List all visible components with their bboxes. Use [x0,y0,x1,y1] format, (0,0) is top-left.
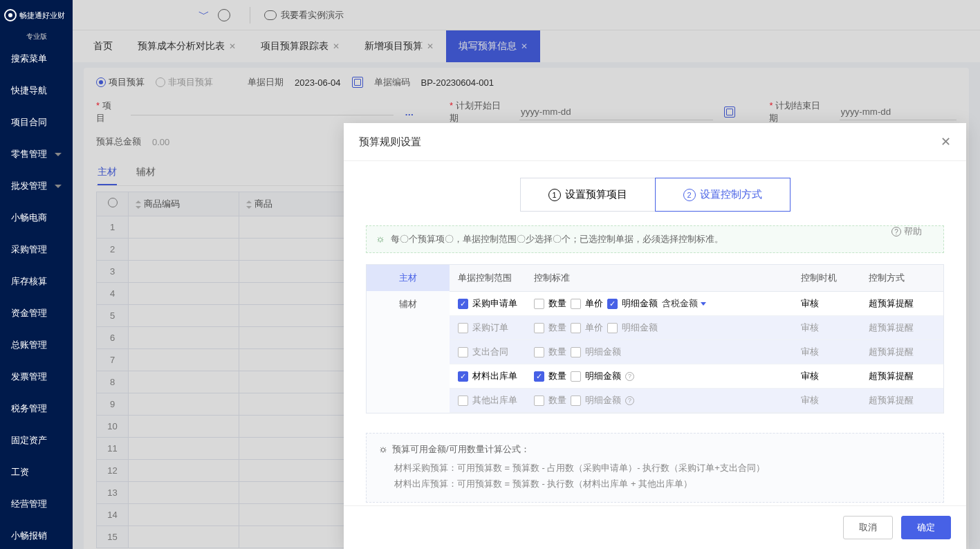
checkbox[interactable] [607,299,618,309]
checkbox[interactable] [571,299,581,309]
sidebar: 畅捷通好业财 专业版 搜索菜单快捷导航项目合同零售管理批发管理小畅电商采购管理库… [0,0,73,549]
rt-head-timing: 控制时机 [793,265,860,291]
sidebar-item[interactable]: 搜索菜单 [0,43,73,75]
checkbox[interactable] [571,323,581,333]
rt-head-mode: 控制方式 [860,265,943,291]
rule-row: 其他出库单数量明细金额?审核超预算提醒 [450,389,943,413]
logo: 畅捷通好业财 [0,0,73,30]
sidebar-item[interactable]: 零售管理 [0,138,73,170]
sidebar-item[interactable]: 固定资产 [0,425,73,456]
sidebar-item[interactable]: 项目合同 [0,106,73,138]
modal-tab-2[interactable]: 2设置控制方式 [655,178,791,212]
rt-head-std: 控制标准 [526,265,793,291]
sidebar-item[interactable]: 采购管理 [0,234,73,266]
modal-footer: 取消 确定 [344,505,966,549]
sidebar-item[interactable]: 小畅报销 [0,520,73,549]
info-icon[interactable]: ? [625,396,634,405]
formula-line-1: 材料采购预算：可用预算数 = 预算数 - 占用数（采购申请单）- 执行数（采购订… [394,460,931,476]
checkbox[interactable] [458,299,468,309]
rule-side-aux[interactable]: 辅材 [367,291,450,317]
rule-row: 材料出库单数量明细金额?审核超预算提醒 [450,364,943,389]
close-icon[interactable]: ✕ [941,134,951,149]
checkbox[interactable] [571,396,581,406]
hint-text: 每〇个预算项〇，单据控制范围〇少选择〇个；已选控制单据，必须选择控制标准。 [391,233,723,245]
checkbox[interactable] [607,323,618,333]
edition-label: 专业版 [0,30,73,43]
brand-name: 畅捷通好业财 [19,10,65,21]
sidebar-item[interactable]: 总账管理 [0,329,73,361]
sidebar-items: 搜索菜单快捷导航项目合同零售管理批发管理小畅电商采购管理库存核算资金管理总账管理… [0,43,73,549]
modal-header: 预算规则设置 ✕ [344,123,966,161]
ok-button[interactable]: 确定 [901,516,951,539]
chevron-down-icon [701,302,706,306]
tax-select[interactable]: 含税金额 [662,297,706,310]
hint-box: ⛭ 每〇个预算项〇，单据控制范围〇少选择〇个；已选控制单据，必须选择控制标准。 [366,225,944,253]
checkbox[interactable] [534,347,544,357]
checkbox[interactable] [534,396,544,406]
modal-tabs: 1设置预算项目 2设置控制方式 [366,178,944,212]
info-icon[interactable]: ? [625,372,634,381]
sidebar-item[interactable]: 经营管理 [0,488,73,520]
checkbox[interactable] [458,371,468,382]
sidebar-item[interactable]: 快捷导航 [0,75,73,106]
checkbox[interactable] [458,347,468,357]
chevron-down-icon [55,185,62,188]
checkbox[interactable] [571,347,581,357]
modal-title: 预算规则设置 [359,136,421,149]
checkbox[interactable] [458,396,468,406]
checkbox[interactable] [534,323,544,333]
sidebar-item[interactable]: 税务管理 [0,393,73,425]
chevron-down-icon [55,153,62,156]
sidebar-item[interactable]: 库存核算 [0,266,73,297]
rule-row: 采购申请单数量单价明细金额含税金额 审核超预算提醒 [450,292,943,316]
sidebar-item[interactable]: 批发管理 [0,170,73,202]
checkbox[interactable] [458,323,468,333]
rule-side: 主材 辅材 [367,265,450,413]
rule-row: 采购订单数量单价明细金额审核超预算提醒 [450,316,943,340]
formula-line-2: 材料出库预算：可用预算数 = 预算数 - 执行数（材料出库单 + 其他出库单） [394,476,931,492]
sidebar-item[interactable]: 工资 [0,456,73,488]
checkbox[interactable] [534,299,544,309]
bulb-icon: ⛭ [379,445,388,455]
rule-row: 支出合同数量明细金额审核超预算提醒 [450,340,943,364]
modal-body: 1设置预算项目 2设置控制方式 ?帮助 ⛭ 每〇个预算项〇，单据控制范围〇少选择… [344,161,966,505]
checkbox[interactable] [534,371,544,382]
sidebar-item[interactable]: 小畅电商 [0,202,73,234]
checkbox[interactable] [571,371,581,382]
logo-icon [4,9,17,21]
rt-head-scope: 单据控制范围 [450,265,526,291]
sidebar-item[interactable]: 资金管理 [0,297,73,329]
rule-side-main[interactable]: 主材 [367,265,450,291]
help-link[interactable]: ?帮助 [891,225,922,238]
formula-box: ⛭预算可用金额/可用数量计算公式： 材料采购预算：可用预算数 = 预算数 - 占… [366,433,944,503]
modal-tab-1[interactable]: 1设置预算项目 [520,178,655,212]
bulb-icon: ⛭ [376,234,385,245]
cancel-button[interactable]: 取消 [843,516,893,539]
sidebar-item[interactable]: 发票管理 [0,361,73,393]
rule-area: 主材 辅材 单据控制范围 控制标准 控制时机 控制方式 采购申请单数量单价明细金… [366,264,944,413]
modal-budget-rule: 预算规则设置 ✕ 1设置预算项目 2设置控制方式 ?帮助 ⛭ 每〇个预算项〇，单… [344,123,966,549]
rule-table: 单据控制范围 控制标准 控制时机 控制方式 采购申请单数量单价明细金额含税金额 … [450,265,943,413]
